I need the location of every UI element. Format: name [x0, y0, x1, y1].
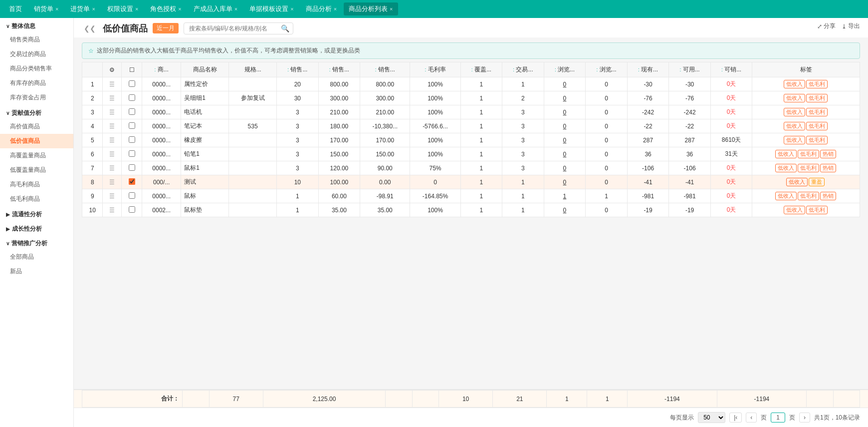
close-icon[interactable]: ×: [135, 6, 138, 12]
share-button[interactable]: ⤢ 分享: [817, 22, 836, 30]
close-icon[interactable]: ×: [390, 6, 393, 12]
time-filter-button[interactable]: 近一月: [153, 23, 179, 33]
cell-view1[interactable]: 0: [544, 133, 586, 147]
sidebar-item-高覆盖量商品[interactable]: 高覆盖量商品: [0, 148, 73, 163]
export-icon: ⤓: [842, 23, 847, 30]
close-icon[interactable]: ×: [55, 6, 58, 12]
cell-view1[interactable]: 0: [544, 203, 586, 217]
cell-available: -30: [669, 77, 711, 91]
sidebar-item-低价值商品[interactable]: 低价值商品: [0, 134, 73, 148]
sidebar-item-低覆盖量商品[interactable]: 低覆盖量商品: [0, 163, 73, 177]
cell-num: 9: [82, 189, 103, 203]
prev-page-button[interactable]: ‹: [746, 413, 757, 423]
nav-item-销货单[interactable]: 销货单×: [29, 2, 63, 15]
cell-check[interactable]: [122, 133, 142, 147]
cell-check[interactable]: [122, 147, 142, 161]
cell-sellable: 0天: [710, 119, 752, 133]
cell-check[interactable]: [122, 91, 142, 105]
cell-num: 1: [82, 77, 103, 91]
cell-grossRate: -5766.6...: [410, 119, 460, 133]
sidebar-item-新品[interactable]: 新品: [0, 264, 73, 279]
sidebar-item-销售类商品[interactable]: 销售类商品: [0, 32, 73, 47]
col-header-view1: : 浏览...: [544, 62, 586, 77]
cell-spec: [229, 203, 277, 217]
cell-view1[interactable]: 0: [544, 147, 586, 161]
sidebar-item-商品分类销售率[interactable]: 商品分类销售率: [0, 61, 73, 76]
cell-qty: 1: [277, 203, 319, 217]
cell-check[interactable]: [122, 161, 142, 175]
cell-check[interactable]: [122, 203, 142, 217]
sidebar-item-交易过的商品[interactable]: 交易过的商品: [0, 47, 73, 61]
notice-icon: ☆: [88, 47, 94, 54]
nav-item-商品分析列表[interactable]: 商品分析列表×: [344, 2, 398, 15]
cell-view2: 0: [586, 147, 628, 161]
search-input[interactable]: [184, 22, 293, 34]
table-row: 3☰0000...电话机3210.00210.00100%1300-242-24…: [82, 105, 860, 119]
cell-amount: -98.91: [360, 189, 410, 203]
cell-view1[interactable]: 0: [544, 175, 586, 189]
collapse-button[interactable]: ❮❮: [82, 23, 98, 33]
nav-item-单据模板设置[interactable]: 单据模板设置×: [244, 2, 298, 15]
cell-available: -106: [669, 161, 711, 175]
chevron-icon: ∨: [6, 241, 9, 246]
sidebar-item-低毛利商品[interactable]: 低毛利商品: [0, 192, 73, 206]
search-icon[interactable]: 🔍: [281, 24, 289, 32]
cell-qty: 3: [277, 105, 319, 119]
cell-qty: 30: [277, 91, 319, 105]
sidebar-group-流通性分析[interactable]: ▶ 流通性分析: [0, 206, 73, 221]
close-icon[interactable]: ×: [178, 6, 181, 12]
sidebar-group-成长性分析[interactable]: ▶ 成长性分析: [0, 221, 73, 235]
next-page-button[interactable]: ›: [799, 413, 810, 423]
first-page-button[interactable]: |‹: [729, 413, 742, 423]
cell-spec: [229, 161, 277, 175]
cell-view1[interactable]: 0: [544, 91, 586, 105]
close-icon[interactable]: ×: [234, 6, 237, 12]
close-icon[interactable]: ×: [92, 6, 95, 12]
sidebar-group-营销推广分析[interactable]: ∨ 营销推广分析: [0, 235, 73, 250]
export-button[interactable]: ⤓ 导出: [842, 22, 860, 30]
cell-coverage: 1: [460, 147, 502, 161]
sidebar-group-贡献值分析[interactable]: ∨ 贡献值分析: [0, 105, 73, 119]
sidebar-item-库存资金占用[interactable]: 库存资金占用: [0, 90, 73, 105]
cell-check[interactable]: [122, 189, 142, 203]
nav-item-商品分析[interactable]: 商品分析×: [301, 2, 342, 15]
nav-item-产成品入库单[interactable]: 产成品入库单×: [189, 2, 242, 15]
cell-check[interactable]: [122, 119, 142, 133]
cell-check[interactable]: [122, 175, 142, 189]
nav-item-首页[interactable]: 首页: [4, 2, 27, 15]
total-amount: [386, 391, 412, 408]
col-header-gear[interactable]: ⚙: [103, 62, 122, 77]
nav-item-权限设置[interactable]: 权限设置×: [102, 2, 143, 15]
close-icon[interactable]: ×: [334, 6, 337, 12]
cell-price: 150.00: [318, 147, 360, 161]
cell-current: -41: [627, 175, 669, 189]
cell-spec: [229, 189, 277, 203]
cell-amount: 210.00: [360, 105, 410, 119]
nav-item-角色授权[interactable]: 角色授权×: [145, 2, 186, 15]
sidebar-item-高毛利商品[interactable]: 高毛利商品: [0, 177, 73, 192]
cell-name: 鼠标1: [181, 161, 229, 175]
sidebar-item-高价值商品[interactable]: 高价值商品: [0, 119, 73, 134]
col-header-check[interactable]: ☐: [122, 62, 142, 77]
cell-check[interactable]: [122, 77, 142, 91]
close-icon[interactable]: ×: [290, 6, 293, 12]
sidebar-group-整体信息[interactable]: ∨ 整体信息: [0, 18, 73, 32]
cell-view1[interactable]: 0: [544, 119, 586, 133]
nav-item-进货单[interactable]: 进货单×: [65, 2, 100, 15]
cell-check[interactable]: [122, 105, 142, 119]
cell-view1[interactable]: 1: [544, 189, 586, 203]
table-row: 5☰0000...橡皮擦3170.00170.00100%13002872878…: [82, 133, 860, 147]
page-size-select[interactable]: 50 100 200: [698, 412, 725, 423]
cell-view1[interactable]: 0: [544, 161, 586, 175]
sidebar-item-有库存的商品[interactable]: 有库存的商品: [0, 76, 73, 90]
cell-view1[interactable]: 0: [544, 77, 586, 91]
data-table: ⚙☐: 商...商品名称规格...: 销售...: 销售...: 销售...: …: [82, 62, 860, 217]
cell-coverage: 1: [460, 119, 502, 133]
cell-code: 0002...: [142, 203, 181, 217]
cell-grossRate: 100%: [410, 203, 460, 217]
cell-view1[interactable]: 0: [544, 105, 586, 119]
page-label2: 页: [789, 414, 795, 422]
cell-trade: 3: [502, 147, 544, 161]
sidebar-item-全部商品[interactable]: 全部商品: [0, 250, 73, 264]
cell-spec: [229, 77, 277, 91]
